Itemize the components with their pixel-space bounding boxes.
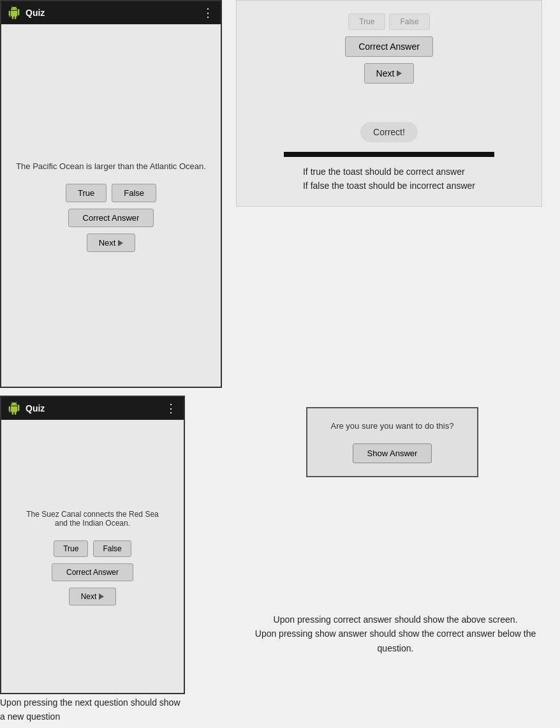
next-icon-1 xyxy=(118,240,123,246)
show-answer-button[interactable]: Show Answer xyxy=(353,443,432,463)
question-text-1: The Pacific Ocean is larger than the Atl… xyxy=(16,161,206,171)
false-button-2[interactable]: False xyxy=(93,540,131,557)
correct-answer-button-1[interactable]: Correct Answer xyxy=(68,209,154,227)
android-icon xyxy=(8,6,20,19)
false-button-1[interactable]: False xyxy=(112,184,156,202)
phone-titlebar-bottom: Quiz ⋮ xyxy=(1,397,184,420)
phone-body-top: The Pacific Ocean is larger than the Atl… xyxy=(1,24,221,388)
next-btn-screenshot[interactable]: Next xyxy=(364,63,415,84)
divider-bar xyxy=(284,152,494,157)
next-button-1[interactable]: Next xyxy=(87,234,136,252)
faded-btn-row: True False xyxy=(348,13,430,30)
true-false-row-2: True False xyxy=(54,540,131,557)
phone-mock-bottom: Quiz ⋮ The Suez Canal connects the Red S… xyxy=(0,396,185,694)
bottom-instruction: Upon pressing correct answer should show… xyxy=(236,613,555,655)
phone-body-bottom: The Suez Canal connects the Red Sea and … xyxy=(1,420,184,694)
phone-mock-top: Quiz ⋮ The Pacific Ocean is larger than … xyxy=(0,0,222,388)
correct-answer-button-2[interactable]: Correct Answer xyxy=(52,563,133,581)
true-button-2[interactable]: True xyxy=(54,540,88,557)
question-text-2: The Suez Canal connects the Red Sea and … xyxy=(14,510,171,528)
bottom-left-instruction: Upon pressing the next question should s… xyxy=(0,695,255,724)
menu-dots[interactable]: ⋮ xyxy=(202,6,214,20)
next-icon-2 xyxy=(99,593,104,600)
right-panel-top: True False Correct Answer Next Correct! … xyxy=(236,0,542,207)
next-icon-screenshot xyxy=(397,70,402,77)
faded-false-btn: False xyxy=(389,13,429,30)
phone-titlebar-top: Quiz ⋮ xyxy=(1,1,221,24)
faded-true-btn: True xyxy=(348,13,385,30)
toast-bubble: Correct! xyxy=(360,122,418,142)
screenshot-box-top: True False Correct Answer Next Correct! … xyxy=(236,0,542,207)
dialog-box: Are you sure you want to do this? Show A… xyxy=(306,407,478,477)
phone-title-2: Quiz xyxy=(26,403,165,413)
menu-dots-2[interactable]: ⋮ xyxy=(165,401,177,415)
next-button-2[interactable]: Next xyxy=(69,588,117,605)
true-button-1[interactable]: True xyxy=(66,184,107,202)
phone-title: Quiz xyxy=(26,8,202,18)
instruction-text-top: If true the toast should be correct answ… xyxy=(303,165,475,193)
correct-answer-btn-screenshot[interactable]: Correct Answer xyxy=(345,36,433,57)
android-icon-2 xyxy=(8,402,20,415)
true-false-row-1: True False xyxy=(66,184,156,202)
dialog-panel: Are you sure you want to do this? Show A… xyxy=(306,407,478,477)
dialog-question-text: Are you sure you want to do this? xyxy=(331,421,454,431)
